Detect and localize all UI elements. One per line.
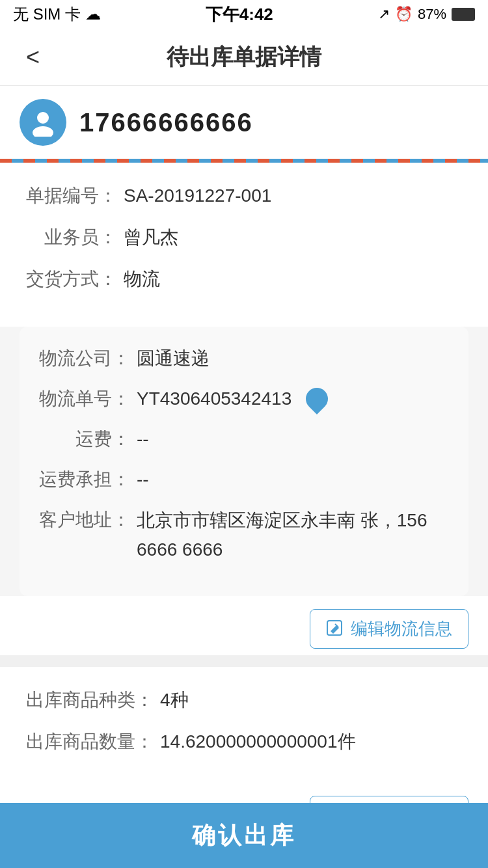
goods-quantity-row: 出库商品数量： 14.620000000000001件: [26, 728, 462, 755]
freight-bearer-row: 运费承担： --: [39, 466, 449, 493]
status-right: ↗ ⏰ 87%: [378, 6, 475, 23]
edit-btn-row: 编辑物流信息: [0, 596, 488, 655]
back-button[interactable]: <: [20, 37, 46, 77]
sim-label: 无 SIM 卡 ☁: [13, 4, 101, 25]
salesperson-row: 业务员： 曾凡杰: [26, 224, 462, 251]
nav-bar: < 待出库单据详情: [0, 29, 488, 86]
goods-types-label: 出库商品种类：: [26, 686, 160, 714]
location-icon: ↗: [378, 6, 390, 23]
alarm-icon: ⏰: [395, 6, 413, 23]
salesperson-value: 曾凡杰: [124, 224, 462, 251]
goods-quantity-label: 出库商品数量：: [26, 728, 160, 755]
freight-bearer-value: --: [137, 466, 449, 493]
svg-point-1: [33, 126, 53, 137]
battery-icon: [452, 8, 475, 21]
goods-types-value: 4种: [160, 686, 462, 714]
status-time: 下午4:42: [206, 3, 273, 26]
document-info-section: 单据编号： SA-20191227-001 业务员： 曾凡杰 交货方式： 物流: [0, 163, 488, 327]
goods-types-row: 出库商品种类： 4种: [26, 686, 462, 714]
goods-section: 出库商品种类： 4种 出库商品数量： 14.620000000000001件: [0, 667, 488, 789]
page-title: 待出库单据详情: [167, 42, 321, 72]
edit-icon: [326, 619, 344, 638]
goods-quantity-value: 14.620000000000001件: [160, 728, 462, 755]
logistics-tracking-label: 物流单号：: [39, 385, 137, 413]
address-row: 客户地址： 北京市市辖区海淀区永丰南 张，156 6666 6666: [39, 506, 449, 565]
address-value: 北京市市辖区海淀区永丰南 张，156 6666 6666: [137, 506, 449, 565]
freight-value: --: [137, 426, 449, 453]
freight-row: 运费： --: [39, 426, 449, 453]
user-header: 17666666666: [0, 86, 488, 159]
section-divider-1: [0, 655, 488, 667]
status-left: 无 SIM 卡 ☁: [13, 4, 101, 25]
edit-logistics-button[interactable]: 编辑物流信息: [310, 609, 468, 649]
avatar: [20, 99, 66, 146]
delivery-label: 交货方式：: [26, 265, 124, 293]
svg-point-0: [37, 112, 49, 124]
user-phone: 17666666666: [79, 108, 253, 137]
logistics-card: 物流公司： 圆通速递 物流单号： YT4306405342413 运费： -- …: [20, 327, 468, 596]
map-pin-icon[interactable]: [301, 383, 332, 414]
logistics-company-value: 圆通速递: [137, 345, 449, 372]
document-number-row: 单据编号： SA-20191227-001: [26, 182, 462, 210]
delivery-row: 交货方式： 物流: [26, 265, 462, 293]
logistics-tracking-row: 物流单号： YT4306405342413: [39, 385, 449, 413]
delivery-value: 物流: [124, 265, 462, 293]
freight-label: 运费：: [39, 426, 137, 453]
logistics-tracking-value: YT4306405342413: [137, 385, 449, 413]
logistics-company-row: 物流公司： 圆通速递: [39, 345, 449, 372]
person-icon: [29, 108, 57, 137]
salesperson-label: 业务员：: [26, 224, 124, 251]
battery-label: 87%: [418, 6, 446, 23]
confirm-button-label: 确认出库: [192, 820, 296, 852]
edit-logistics-label: 编辑物流信息: [351, 617, 452, 640]
status-bar: 无 SIM 卡 ☁ 下午4:42 ↗ ⏰ 87%: [0, 0, 488, 29]
address-label: 客户地址：: [39, 506, 137, 534]
document-number-label: 单据编号：: [26, 182, 124, 210]
freight-bearer-label: 运费承担：: [39, 466, 137, 493]
logistics-company-label: 物流公司：: [39, 345, 137, 372]
document-number-value: SA-20191227-001: [124, 182, 462, 210]
confirm-bar[interactable]: 确认出库: [0, 803, 488, 868]
